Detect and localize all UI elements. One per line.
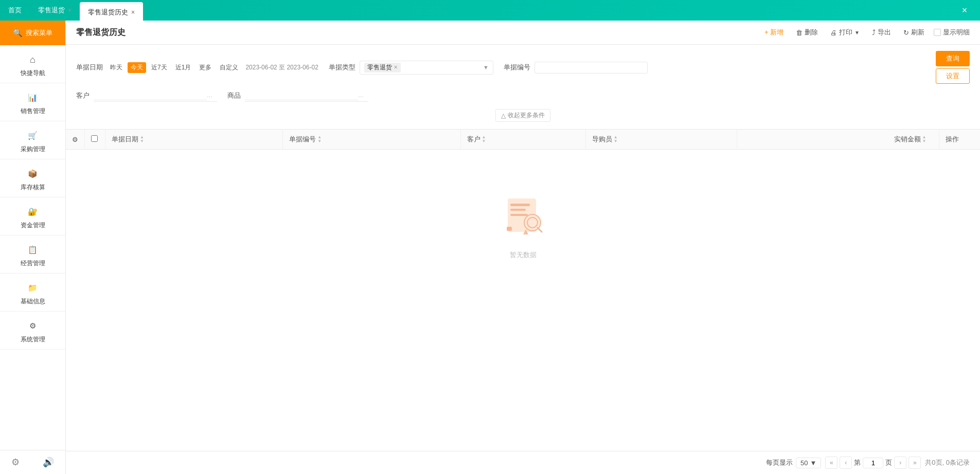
svg-line-6 — [538, 228, 542, 232]
customer-input[interactable] — [94, 89, 207, 100]
tab-home[interactable]: 首页 — [0, 0, 30, 21]
customer-sort-icon: ▲▼ — [482, 135, 486, 143]
doc-number-input[interactable] — [534, 62, 648, 74]
sidebar-speaker-button[interactable]: 🔊 — [39, 454, 58, 470]
svg-rect-1 — [510, 204, 530, 206]
display-toggle[interactable]: 显示明细 — [934, 28, 970, 37]
page-size-dropdown[interactable]: 50 ▼ — [796, 458, 821, 468]
tab-retail-return-history-close[interactable]: × — [131, 9, 135, 16]
sidebar-item-basic-info[interactable]: 📁 基础信息 — [0, 274, 65, 312]
page-next-button[interactable]: › — [894, 457, 906, 469]
customer-placeholder: ... — [207, 91, 212, 99]
th-amount[interactable]: 实销金额 ▲▼ — [737, 130, 939, 150]
th-customer-label: 客户 — [467, 135, 480, 144]
refresh-button[interactable]: ↻ 刷新 — [900, 26, 928, 39]
delete-icon: 🗑 — [796, 29, 803, 37]
sidebar-item-quick-nav[interactable]: ⌂ 快捷导航 — [0, 45, 65, 83]
sidebar-item-sales-mgmt[interactable]: 📊 销售管理 — [0, 83, 65, 121]
goods-input[interactable] — [245, 89, 358, 100]
page-title: 零售退货历史 — [76, 27, 126, 38]
filter-row-1: 单据日期 昨天 今天 近7天 近1月 更多 自定义 2023-06-02 至 2… — [76, 51, 970, 84]
sidebar-search-button[interactable]: 🔍 搜索菜单 — [0, 21, 65, 45]
inventory-icon: 📦 — [26, 167, 40, 181]
svg-rect-3 — [510, 214, 528, 216]
collapse-button[interactable]: △ 收起更多条件 — [495, 109, 550, 122]
sidebar-item-finance-mgmt[interactable]: 🔐 资金管理 — [0, 197, 65, 235]
page-header: 零售退货历史 + 新增 🗑 删除 🖨 打印 ▼ ⤴ 导出 — [66, 21, 980, 45]
export-icon: ⤴ — [872, 28, 876, 37]
refresh-icon: ↻ — [903, 29, 909, 37]
display-toggle-checkbox[interactable] — [934, 29, 941, 36]
sidebar-item-inventory-label: 库存核算 — [21, 183, 45, 192]
query-settings-buttons: 查询 设置 — [936, 51, 970, 84]
th-settings[interactable]: ⚙ — [66, 130, 85, 150]
tab-retail-return[interactable]: 零售退货 × — [30, 0, 80, 21]
sidebar-item-system-mgmt[interactable]: ⚙ 系统管理 — [0, 312, 65, 350]
query-button[interactable]: 查询 — [936, 51, 970, 66]
page-first-button[interactable]: « — [825, 457, 838, 469]
page-number-input[interactable] — [863, 458, 883, 468]
doc-type-select[interactable]: 零售退货 × ▼ — [360, 61, 493, 75]
table-header-row: ⚙ 单据日期 ▲▼ 单据编号 — [66, 130, 980, 150]
select-all-checkbox[interactable] — [91, 135, 98, 142]
print-button[interactable]: 🖨 打印 ▼ — [827, 26, 863, 39]
page-size-value: 50 — [800, 459, 808, 467]
page-nav: « ‹ 第 页 › » — [825, 457, 921, 469]
empty-state-row: 暂无数据 — [66, 150, 980, 301]
sidebar-item-basic-info-label: 基础信息 — [21, 297, 45, 306]
window-close-button[interactable]: × — [957, 3, 972, 17]
date-last7-btn[interactable]: 近7天 — [148, 62, 170, 73]
page-jump-label: 第 — [854, 458, 861, 467]
delete-button[interactable]: 🗑 删除 — [793, 26, 821, 39]
tab-retail-return-history[interactable]: 零售退货历史 × — [80, 2, 143, 23]
system-icon: ⚙ — [26, 319, 40, 333]
tab-retail-return-close[interactable]: × — [68, 7, 72, 14]
date-today-btn[interactable]: 今天 — [128, 62, 146, 73]
doc-type-chevron-icon: ▼ — [483, 64, 489, 70]
date-last-month-btn[interactable]: 近1月 — [172, 62, 194, 73]
sidebar-item-operations-mgmt[interactable]: 📋 经营管理 — [0, 235, 65, 274]
th-customer[interactable]: 客户 ▲▼ — [460, 130, 585, 150]
th-checkbox — [85, 130, 105, 150]
table-settings-icon[interactable]: ⚙ — [72, 136, 78, 143]
customer-filter-item: 客户 ... — [76, 89, 217, 102]
th-date[interactable]: 单据日期 ▲▼ — [105, 130, 283, 150]
collapse-button-label: 收起更多条件 — [508, 111, 545, 120]
export-button[interactable]: ⤴ 导出 — [869, 26, 894, 39]
empty-state-cell: 暂无数据 — [66, 150, 980, 301]
filter-settings-button[interactable]: 设置 — [936, 68, 970, 84]
sidebar-item-purchase-mgmt[interactable]: 🛒 采购管理 — [0, 121, 65, 159]
date-yesterday-btn[interactable]: 昨天 — [107, 62, 126, 73]
table-section: ⚙ 单据日期 ▲▼ 单据编号 — [66, 130, 980, 451]
page-last-button[interactable]: » — [908, 457, 921, 469]
new-button[interactable]: + 新增 — [761, 26, 787, 39]
home-icon: ⌂ — [26, 52, 40, 67]
date-filter-options: 昨天 今天 近7天 近1月 更多 自定义 2023-06-02 至 2023-0… — [107, 62, 318, 73]
sidebar-item-inventory[interactable]: 📦 库存核算 — [0, 159, 65, 197]
empty-state-icon — [497, 191, 549, 242]
sidebar-settings-button[interactable]: ⚙ — [7, 454, 24, 470]
th-guide[interactable]: 导购员 ▲▼ — [585, 130, 737, 150]
date-custom-btn[interactable]: 自定义 — [217, 62, 241, 73]
page-prev-button[interactable]: ‹ — [840, 457, 852, 469]
top-bar: 首页 零售退货 × 零售退货历史 × × — [0, 0, 980, 21]
sidebar-search-label: 搜索菜单 — [26, 28, 52, 38]
collapse-arrow-icon: △ — [501, 112, 506, 119]
sales-icon: 📊 — [26, 90, 40, 105]
basic-info-icon: 📁 — [26, 281, 40, 295]
th-number[interactable]: 单据编号 ▲▼ — [283, 130, 460, 150]
page-size-section: 每页显示 50 ▼ — [766, 458, 821, 468]
date-more-btn[interactable]: 更多 — [196, 62, 215, 73]
doc-number-filter-item: 单据编号 — [504, 62, 648, 74]
sidebar-item-sales-mgmt-label: 销售管理 — [21, 107, 45, 116]
sidebar-item-finance-mgmt-label: 资金管理 — [21, 221, 45, 230]
th-date-label: 单据日期 — [112, 135, 138, 144]
sidebar-item-purchase-mgmt-label: 采购管理 — [21, 145, 45, 154]
filter-section: 单据日期 昨天 今天 近7天 近1月 更多 自定义 2023-06-02 至 2… — [66, 45, 980, 130]
page-size-label: 每页显示 — [766, 458, 793, 467]
delete-button-label: 删除 — [805, 28, 818, 37]
purchase-icon: 🛒 — [26, 129, 40, 143]
doc-type-tag-remove[interactable]: × — [394, 64, 398, 71]
main-layout: 🔍 搜索菜单 ⌂ 快捷导航 📊 销售管理 🛒 采购管理 📦 库存核算 🔐 — [0, 21, 980, 474]
sidebar-item-system-mgmt-label: 系统管理 — [21, 335, 45, 344]
